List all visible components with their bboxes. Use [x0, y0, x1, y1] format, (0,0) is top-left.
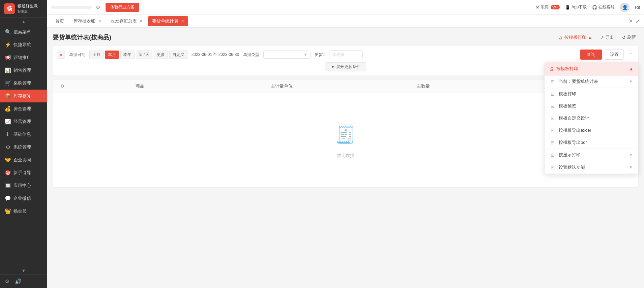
topbar-gear-icon[interactable]: ⚙ [96, 4, 100, 10]
export-btn[interactable]: ↗ 导出 [597, 33, 617, 42]
sidebar-item-inventory[interactable]: 📦 库存核算 [0, 90, 47, 102]
sidebar-item-basic[interactable]: ℹ 基础信息 [0, 128, 47, 141]
tab-order-stats-label: 要货单统计表 [152, 18, 178, 24]
apps-icon: 🔲 [5, 183, 11, 189]
sidebar-item-purchase[interactable]: 🛒 采购管理 [0, 77, 47, 90]
sidebar-item-label: 采购管理 [13, 80, 31, 86]
table-settings-icon[interactable]: ⚙ [56, 84, 69, 89]
sidebar-item-wechat[interactable]: 💬 企业微信 [0, 192, 47, 205]
doc-type-select[interactable]: ▼ [263, 51, 311, 59]
sidebar-item-marketing[interactable]: 📢 营销推广 [0, 51, 47, 64]
dropdown-default-func[interactable]: ⊡ 设置默认功能 ▼ [545, 161, 638, 173]
dropdown-template-excel[interactable]: ⊡ 按模板导出excel [545, 124, 638, 136]
message-btn[interactable]: ✉ 消息 99+ [536, 4, 560, 10]
sidebar-item-label: 经营管理 [13, 119, 31, 125]
user-avatar[interactable]: 👤 [620, 3, 630, 12]
query-button[interactable]: 查询 [580, 50, 602, 60]
tab-batch[interactable]: 库存批次账 ✕ [69, 16, 105, 26]
dropdown-chevron-icon: ▲ [629, 66, 634, 71]
topbar-search[interactable] [51, 6, 92, 9]
filter-expand-icon-btn[interactable]: » [57, 51, 65, 59]
sidebar: 畅 畅通好生意 标准版 ▲ 🔍 搜索菜单 ⚡ 快捷导航 📢 营销推广 📊 销售管… [0, 0, 47, 288]
template-print-label: 模板打印 [559, 91, 576, 97]
tab-collect[interactable]: 收发存汇总表 ✕ [107, 16, 147, 26]
system-icon: ⚙ [5, 144, 11, 150]
quick-nav-icon: ⚡ [5, 42, 11, 48]
download-icon: 📱 [565, 5, 570, 10]
tab-collect-close[interactable]: ✕ [140, 19, 143, 23]
app-download-label: App下载 [572, 4, 587, 10]
order-status-input[interactable]: 请选择 [329, 50, 363, 59]
settings-button[interactable]: 设置 [605, 50, 624, 60]
dropdown-template-preview[interactable]: ⊡ 模板预览 [545, 100, 638, 112]
sidebar-item-label: 应用中心 [13, 183, 31, 189]
date-btn-this-year[interactable]: 本年 [120, 51, 135, 59]
sidebar-item-label: 库存核算 [13, 93, 31, 99]
dropdown-current-item[interactable]: ⊡ 当前：要货单统计表 ▼ [545, 75, 638, 88]
export-icon: ↗ [600, 35, 604, 40]
default-func-chevron: ▼ [629, 165, 633, 170]
dropdown-template-pdf[interactable]: ⊡ 按模板导出pdf [545, 136, 638, 149]
sidebar-item-operations[interactable]: 📈 经营管理 [0, 115, 47, 128]
dropdown-template-design[interactable]: ⊡ 模板自定义设计 [545, 112, 638, 124]
empty-text: 暂无数据 [332, 153, 359, 159]
dropdown-current-section: ⊡ 当前：要货单统计表 ▼ [545, 75, 638, 88]
sound-icon[interactable]: 🔊 [15, 278, 22, 285]
sidebar-item-label: 快捷导航 [13, 42, 31, 48]
print-template-btn[interactable]: 🖨 按模板打印 ▲ [556, 33, 595, 42]
scroll-up-btn[interactable]: ▲ [0, 18, 47, 26]
more-options-icon[interactable]: ··· [626, 50, 634, 60]
scroll-down-btn[interactable]: ▼ [0, 267, 47, 275]
search-icon: 🔍 [5, 29, 11, 35]
sidebar-item-guide[interactable]: 🎯 新手引导 [0, 166, 47, 179]
tab-close-window-btn[interactable]: ✕ [628, 18, 633, 24]
dropdown-current-left: ⊡ 当前：要货单统计表 [550, 78, 598, 85]
tab-order-stats[interactable]: 要货单统计表 ✕ [148, 16, 188, 26]
refresh-btn[interactable]: ↺ 刷新 [619, 33, 639, 42]
dropdown-header-left: 🖨 按模板打印 [549, 66, 578, 72]
sidebar-item-finance[interactable]: 💰 资金管理 [0, 102, 47, 115]
date-btn-this-month[interactable]: 本月 [105, 51, 119, 59]
sidebar-item-members[interactable]: 👑 畅会员 [0, 205, 47, 218]
inventory-icon: 📦 [5, 93, 11, 99]
sidebar-item-system[interactable]: ⚙ 系统管理 [0, 141, 47, 154]
promo-button[interactable]: 体验行业方案 [106, 3, 139, 12]
sidebar-item-sales[interactable]: 📊 销售管理 [0, 64, 47, 77]
empty-state: 🧾 暂无数据 [332, 108, 359, 172]
template-pdf-icon: ⊡ [550, 140, 555, 145]
headset-icon: 🎧 [592, 5, 597, 10]
basic-icon: ℹ [5, 131, 11, 137]
tab-expand-btn[interactable]: ⤢ [636, 18, 640, 24]
sidebar-nav: 🔍 搜索菜单 ⚡ 快捷导航 📢 营销推广 📊 销售管理 🛒 采购管理 📦 库存核… [0, 26, 47, 267]
col-quantity: 主数量 [352, 83, 494, 89]
sidebar-bottom: ⚙ 🔊 [0, 275, 47, 288]
page-title: 要货单统计表(按商品) [53, 33, 111, 41]
display-print-label: 按显示打印 [559, 152, 581, 158]
chevron-down-icon: ▼ [331, 65, 335, 69]
app-download-btn[interactable]: 📱 App下载 [565, 4, 587, 10]
date-btn-7days[interactable]: 近7天 [136, 51, 152, 59]
dropdown-display-print[interactable]: ⊡ 按显示打印 ▼ [545, 149, 638, 161]
refresh-label: 刷新 [627, 34, 636, 40]
tab-home[interactable]: 首页 [51, 16, 68, 26]
date-btn-custom[interactable]: 自定义 [169, 51, 187, 59]
sidebar-item-enterprise[interactable]: 🤝 企业协同 [0, 154, 47, 166]
settings-gear-icon[interactable]: ⚙ [5, 278, 9, 285]
printer-icon: 🖨 [559, 35, 563, 40]
dropdown-template-print[interactable]: ⊡ 模板打印 [545, 88, 638, 100]
date-btn-prev-month[interactable]: 上月 [89, 51, 104, 59]
tab-order-stats-close[interactable]: ✕ [181, 19, 184, 23]
dropdown-header[interactable]: 🖨 按模板打印 ▲ [545, 62, 638, 75]
online-service-btn[interactable]: 🎧 在线客服 [592, 4, 615, 10]
sidebar-item-search[interactable]: 🔍 搜索菜单 [0, 26, 47, 38]
sidebar-item-label: 销售管理 [13, 67, 31, 73]
sidebar-item-apps[interactable]: 🔲 应用中心 [0, 179, 47, 192]
tab-batch-close[interactable]: ✕ [98, 19, 101, 23]
online-service-label: 在线客服 [598, 4, 615, 10]
username: Rit [635, 5, 640, 10]
guide-icon: 🎯 [5, 170, 11, 176]
sidebar-item-quick-nav[interactable]: ⚡ 快捷导航 [0, 38, 47, 51]
expand-more-btn[interactable]: ▼ 展开更多条件 [325, 62, 366, 71]
current-template-chevron: ▼ [629, 79, 633, 84]
date-btn-more[interactable]: 更多 [154, 51, 168, 59]
